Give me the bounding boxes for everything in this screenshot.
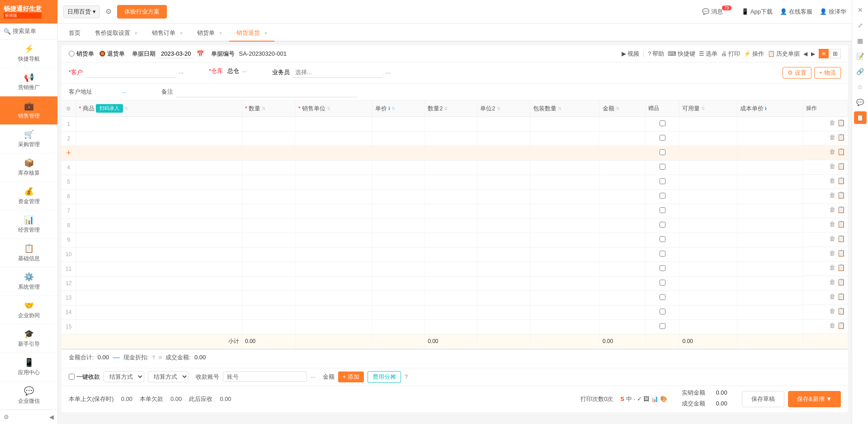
unit-cell-10[interactable] — [295, 247, 373, 262]
cost-cell-15[interactable] — [737, 319, 803, 334]
qty2-cell-5[interactable] — [425, 175, 477, 189]
save-new-btn[interactable]: 保存&新增 ▼ — [788, 391, 841, 407]
gift-cell-1[interactable] — [646, 117, 679, 132]
copy-row-10-icon[interactable]: 📋 — [837, 249, 845, 259]
tab-close-icon[interactable]: × — [135, 30, 137, 36]
gift-cell-14[interactable] — [646, 305, 679, 319]
gift-check-4[interactable] — [660, 164, 665, 170]
unit-cell-1[interactable] — [295, 117, 373, 132]
operate-btn[interactable]: ⚡ 操作 — [744, 50, 764, 58]
delete-row-13-icon[interactable]: 🗑 — [829, 293, 835, 302]
unit2-cell-3[interactable] — [477, 146, 530, 160]
scan-btn[interactable]: 扫码录入 — [96, 104, 123, 113]
compute-method-select[interactable]: 结算方式 — [148, 371, 189, 382]
save-draft-btn[interactable]: 保存草稿 — [742, 391, 784, 407]
qty-cell-15[interactable] — [242, 319, 295, 334]
unit-cell-6[interactable] — [295, 189, 373, 204]
add-payment-btn[interactable]: + 添加 — [338, 372, 364, 382]
unit2-cell-13[interactable] — [477, 291, 530, 305]
unit2-cell-4[interactable] — [477, 160, 530, 175]
price-cell-8[interactable] — [373, 218, 425, 233]
shortcut-btn[interactable]: ⌨ 快捷键 — [668, 50, 695, 58]
unit-cell-4[interactable] — [295, 160, 373, 175]
delete-row-2-icon[interactable]: 🗑 — [829, 133, 835, 143]
qty-cell-14[interactable] — [242, 305, 295, 319]
price-cell-4[interactable] — [373, 160, 425, 175]
price-cell-9[interactable] — [373, 233, 425, 247]
amount-cell-6[interactable] — [599, 189, 646, 204]
pkgqty-cell-15[interactable] — [530, 319, 599, 334]
gift-cell-5[interactable] — [646, 175, 679, 189]
pkgqty-cell-5[interactable] — [530, 175, 599, 189]
sort-unit-icon[interactable]: ⇅ — [327, 106, 330, 111]
delete-row-5-icon[interactable]: 🗑 — [829, 177, 835, 186]
delete-row-11-icon[interactable]: 🗑 — [829, 264, 835, 273]
qty-cell-9[interactable] — [242, 233, 295, 247]
goods-cell-15[interactable] — [76, 319, 242, 334]
qty2-cell-2[interactable] — [425, 131, 477, 146]
address-select-icon[interactable]: ··· — [122, 89, 127, 95]
amount-cell-10[interactable] — [599, 247, 646, 262]
cost-cell-14[interactable] — [737, 305, 803, 319]
price-cell-11[interactable] — [373, 262, 425, 276]
sidebar-item-enterprise[interactable]: 🤝 企业协同 — [0, 296, 57, 324]
calendar-icon[interactable]: 📅 — [197, 50, 204, 57]
sidebar-item-sys-mgmt[interactable]: ⚙️ 系统管理 — [0, 267, 57, 296]
unit-cell-11[interactable] — [295, 262, 373, 276]
available-cell-11[interactable] — [679, 262, 737, 276]
qty2-cell-11[interactable] — [425, 262, 477, 276]
pkgqty-cell-14[interactable] — [530, 305, 599, 319]
delete-row-14-icon[interactable]: 🗑 — [829, 307, 835, 317]
select-btn[interactable]: ☰ 选单 — [699, 50, 717, 58]
online-service-btn[interactable]: 👤 在线客服 — [780, 8, 812, 16]
gift-cell-12[interactable] — [646, 276, 679, 291]
gift-cell-4[interactable] — [646, 160, 679, 175]
account-no-input[interactable] — [223, 372, 307, 382]
customer-input[interactable] — [85, 67, 176, 78]
qty2-cell-6[interactable] — [425, 189, 477, 204]
sort-qty2-icon[interactable]: ⇅ — [444, 106, 448, 111]
sidebar-item-inventory[interactable]: 📦 库存核算 — [0, 153, 57, 182]
goods-cell-14[interactable] — [76, 305, 242, 319]
remark-input[interactable] — [176, 86, 357, 97]
unit-cell-8[interactable] — [295, 218, 373, 233]
unit-cell-7[interactable] — [295, 204, 373, 218]
sidebar-item-purchase[interactable]: 🛒 采购管理 — [0, 125, 57, 153]
gift-cell-8[interactable] — [646, 218, 679, 233]
nav-next-icon[interactable]: ▶ — [811, 51, 815, 57]
goods-cell-5[interactable] — [76, 175, 242, 189]
amount-cell-11[interactable] — [599, 262, 646, 276]
qty-cell-10[interactable] — [242, 247, 295, 262]
tab-close-icon[interactable]: × — [180, 30, 183, 36]
view-grid-btn[interactable]: ⊞ — [830, 49, 841, 58]
amount-cell-7[interactable] — [599, 204, 646, 218]
qty-cell-13[interactable] — [242, 291, 295, 305]
cost-cell-11[interactable] — [737, 262, 803, 276]
fee-split-btn[interactable]: 费用分摊 — [368, 371, 401, 383]
unit2-cell-12[interactable] — [477, 276, 530, 291]
qty2-cell-9[interactable] — [425, 233, 477, 247]
gift-check-12[interactable] — [660, 280, 665, 286]
goods-input-7[interactable] — [79, 208, 239, 214]
amount-cell-2[interactable] — [599, 131, 646, 146]
amount-cell-8[interactable] — [599, 218, 646, 233]
sort-qty-icon[interactable]: ⇅ — [262, 106, 265, 111]
warehouse-select-icon[interactable]: ··· — [242, 68, 247, 75]
copy-row-1-icon[interactable]: 📋 — [837, 119, 845, 129]
message-btn[interactable]: 💬 消息 70 — [702, 8, 734, 16]
star-icon[interactable]: ☆ — [854, 81, 867, 93]
radio-sale-input[interactable] — [69, 51, 75, 57]
print-btn[interactable]: 🖨 打印 — [721, 50, 740, 58]
sidebar-item-finance[interactable]: 💰 资金管理 — [0, 182, 57, 210]
available-cell-8[interactable] — [679, 218, 737, 233]
pkgqty-cell-7[interactable] — [530, 204, 599, 218]
amount-cell-15[interactable] — [599, 319, 646, 334]
gift-check-1[interactable] — [660, 120, 665, 126]
goods-input-10[interactable] — [79, 251, 239, 258]
unit2-cell-9[interactable] — [477, 233, 530, 247]
sort-unit2-icon[interactable]: ⇅ — [497, 106, 500, 111]
gift-cell-3[interactable] — [646, 146, 679, 160]
price-cell-6[interactable] — [373, 189, 425, 204]
price-cell-12[interactable] — [373, 276, 425, 291]
qty-cell-4[interactable] — [242, 160, 295, 175]
